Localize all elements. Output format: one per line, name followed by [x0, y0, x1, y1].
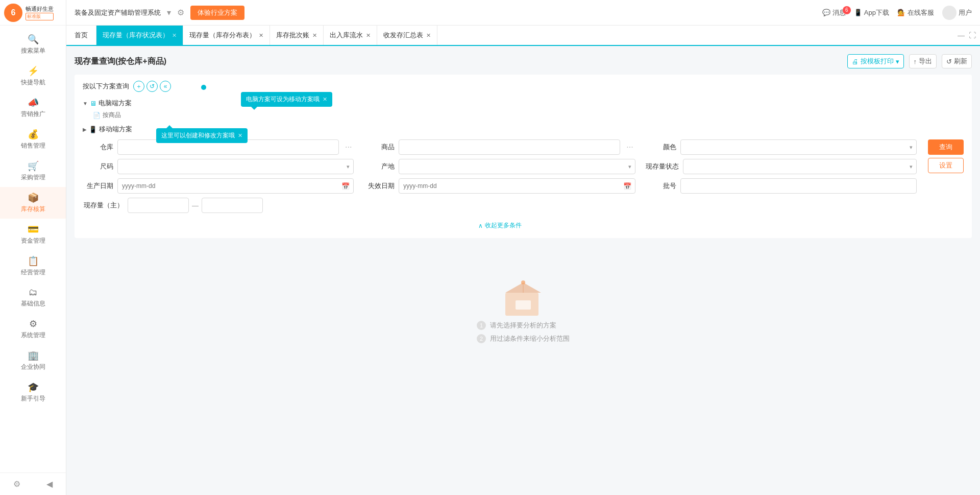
goods-input[interactable]	[399, 139, 620, 155]
empty-illustration	[498, 275, 549, 321]
tab-home[interactable]: 首页	[66, 26, 96, 45]
size-label: 尺码	[83, 162, 113, 171]
step-2-num: 2	[477, 334, 486, 343]
tab-close-inout-summary[interactable]: ✕	[426, 32, 431, 39]
tab-inventory-dist[interactable]: 现存量（库存分布表） ✕	[183, 26, 270, 45]
tooltip-scheme-close[interactable]: ✕	[323, 96, 327, 103]
refresh-btn[interactable]: ↺ 刷新	[942, 54, 972, 68]
sidebar-item-basic[interactable]: 🗂基础信息	[0, 282, 66, 313]
nav-label-finance: 资金管理	[21, 237, 45, 245]
sidebar-item-finance[interactable]: 💳资金管理	[0, 219, 66, 250]
sidebar-item-sales[interactable]: 💰销售管理	[0, 124, 66, 155]
nav-label-inventory: 库存核算	[21, 205, 45, 214]
warehouse-dots[interactable]: ···	[343, 143, 354, 152]
tab-batch-ledger[interactable]: 库存批次账 ✕	[270, 26, 324, 45]
app-download-item[interactable]: 📱 App下载	[854, 8, 889, 17]
stock-qty-max[interactable]	[202, 198, 263, 213]
empty-state: 1 请先选择要分析的方案 2 用过滤条件来缩小分析范围	[75, 244, 972, 374]
stock-status-label: 现存量状态	[646, 162, 679, 171]
sidebar-item-system[interactable]: ⚙系统管理	[0, 313, 66, 345]
page-actions: 🖨 按模板打印 ▾ ↑ 导出 ↺ 刷新	[847, 54, 972, 68]
page-title-bar: 现存量查询(按仓库+商品) 🖨 按模板打印 ▾ ↑ 导出 ↺ 刷新	[75, 54, 972, 68]
sidebar-settings-icon[interactable]: ⚙	[13, 479, 20, 489]
tab-inout-summary[interactable]: 收发存汇总表 ✕	[377, 26, 437, 45]
color-select-wrap	[680, 139, 917, 155]
service-icon: 💁	[897, 9, 905, 16]
sidebar-item-purchase[interactable]: 🛒采购管理	[0, 155, 66, 187]
filter-add-btn[interactable]: ＋	[133, 81, 144, 92]
tab-inout-flow[interactable]: 出入库流水 ✕	[324, 26, 377, 45]
nav-label-newbie: 新手引导	[21, 394, 45, 403]
user-item[interactable]: 用户	[942, 6, 972, 20]
tooltip-scheme: 电脑方案可设为移动方案哦 ✕	[241, 92, 332, 107]
tab-maximize-icon[interactable]: ⛶	[969, 31, 976, 39]
nav-icon-inventory: 📦	[28, 192, 39, 203]
filter-panel: 按以下方案查询 ＋ ↺ « 电脑方案可设为移动方案哦 ✕ ▼ 🖥	[75, 75, 972, 238]
online-service-item[interactable]: 💁 在线客服	[897, 8, 934, 17]
prod-date-label: 生产日期	[83, 181, 113, 191]
filter-back-btn[interactable]: «	[160, 81, 171, 92]
goods-dots[interactable]: ···	[624, 143, 635, 152]
sidebar-item-search[interactable]: 🔍搜索菜单	[0, 29, 66, 60]
print-btn[interactable]: 🖨 按模板打印 ▾	[847, 54, 904, 68]
industry-btn[interactable]: 体验行业方案	[190, 6, 244, 20]
sidebar-item-enterprise[interactable]: 🏢企业协同	[0, 345, 66, 376]
export-btn[interactable]: ↑ 导出	[909, 54, 937, 68]
header-settings-icon[interactable]: ▾	[167, 8, 171, 17]
scheme-by-goods[interactable]: 📄 按商品	[93, 109, 964, 121]
tab-close-inventory-dist[interactable]: ✕	[259, 32, 263, 39]
size-select[interactable]	[117, 159, 354, 174]
sidebar-item-inventory[interactable]: 📦库存核算	[0, 187, 66, 219]
tab-inventory-status[interactable]: 现存量（库存状况表） ✕	[96, 26, 183, 45]
printer-icon: 🖨	[852, 58, 859, 65]
filter-batch: 批号	[646, 178, 917, 194]
nav-label-basic: 基础信息	[21, 299, 45, 308]
batch-label: 批号	[646, 181, 676, 191]
tab-close-batch-ledger[interactable]: ✕	[312, 32, 317, 39]
color-select[interactable]	[680, 139, 917, 155]
tab-close-inout-flow[interactable]: ✕	[366, 32, 371, 39]
filter-refresh-btn[interactable]: ↺	[146, 81, 158, 92]
empty-step-1: 1 请先选择要分析的方案	[477, 321, 570, 330]
user-label: 用户	[959, 8, 972, 17]
tooltip-edit-close[interactable]: ✕	[238, 132, 242, 139]
sidebar-collapse-icon[interactable]: ◀	[46, 479, 53, 489]
tab-close-inventory-status[interactable]: ✕	[172, 32, 177, 39]
sidebar-item-operations[interactable]: 📋经营管理	[0, 250, 66, 282]
header-gear-icon[interactable]: ⚙	[177, 8, 184, 17]
origin-select[interactable]	[399, 159, 635, 174]
stock-qty-min[interactable]	[128, 198, 189, 213]
notification-item[interactable]: 💬 消息 6	[822, 8, 846, 17]
sidebar-item-marketing[interactable]: 📣营销推广	[0, 92, 66, 124]
expire-date-wrap: 📅	[399, 178, 635, 194]
sidebar-logo: 6 畅通好生意 标准版	[0, 0, 66, 26]
batch-input[interactable]	[680, 178, 917, 194]
sidebar-item-newbie[interactable]: 🎓新手引导	[0, 376, 66, 408]
expire-date-input[interactable]	[399, 178, 635, 194]
prod-date-wrap: 📅	[117, 178, 354, 194]
message-icon: 💬	[822, 9, 830, 16]
page-title: 现存量查询(按仓库+商品)	[75, 56, 166, 67]
header-left: 装备及固定资产辅助管理系统 ▾ ⚙ 体验行业方案	[75, 6, 244, 20]
refresh-icon: ↺	[946, 58, 952, 65]
collapse-btn[interactable]: ∧ 收起更多条件	[83, 217, 917, 232]
reset-btn[interactable]: 设置	[928, 158, 964, 173]
scheme-pc-children: 📄 按商品	[83, 109, 964, 121]
nav-label-quicknav: 快捷导航	[21, 78, 45, 87]
tab-minimize-icon[interactable]: —	[958, 31, 965, 39]
empty-step-2: 2 用过滤条件来缩小分析范围	[477, 334, 570, 343]
prod-date-input[interactable]	[117, 178, 354, 194]
origin-label: 产地	[364, 162, 395, 171]
nav-icon-enterprise: 🏢	[28, 350, 39, 361]
sidebar-item-quicknav[interactable]: ⚡快捷导航	[0, 60, 66, 92]
search-btn[interactable]: 查询	[928, 139, 964, 155]
user-avatar	[942, 6, 957, 20]
stock-status-select[interactable]	[683, 159, 917, 174]
filter-origin: 产地	[364, 159, 635, 174]
filter-goods: 商品 ···	[364, 139, 635, 155]
export-icon: ↑	[914, 58, 917, 65]
filter-row-2: 尺码 产地 现存量状态	[83, 159, 917, 174]
scheme-pc[interactable]: ▼ 🖥 电脑端方案	[83, 97, 964, 109]
scheme-pc-icon: 🖥	[90, 100, 96, 107]
filter-row-3: 生产日期 📅 失效日期 📅	[83, 178, 917, 194]
